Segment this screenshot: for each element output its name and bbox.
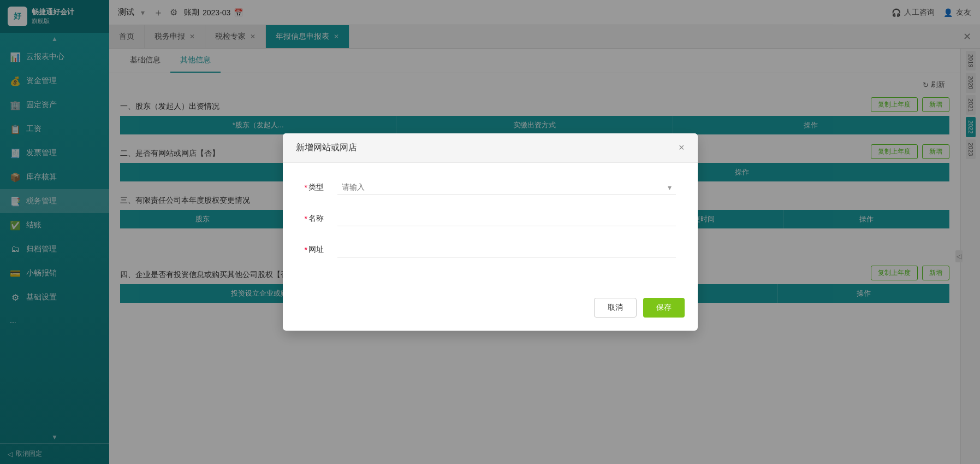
name-label: * 名称 [305,214,337,224]
type-input-wrap: ▾ [337,179,676,195]
form-row-type: * 类型 ▾ [305,179,676,195]
name-input-wrap [337,210,676,226]
modal-body: * 类型 ▾ * 名称 * [283,163,698,289]
modal-title: 新增网站或网店 [296,142,357,154]
name-label-text: 名称 [308,214,324,224]
url-label-text: 网址 [308,245,324,255]
add-website-modal: 新增网站或网店 × * 类型 ▾ * 名称 [283,133,698,331]
modal-footer: 取消 保存 [283,289,698,331]
modal-overlay: 新增网站或网店 × * 类型 ▾ * 名称 [0,0,980,464]
type-label: * 类型 [305,183,337,192]
save-button[interactable]: 保存 [643,298,685,318]
name-input[interactable] [337,210,676,226]
url-input-wrap [337,242,676,257]
form-row-name: * 名称 [305,210,676,226]
url-label: * 网址 [305,245,337,255]
name-required-mark: * [305,214,307,223]
url-input[interactable] [337,242,676,257]
form-row-url: * 网址 [305,242,676,257]
type-required-mark: * [305,183,307,192]
type-label-text: 类型 [308,183,324,192]
cancel-button[interactable]: 取消 [594,298,637,318]
url-required-mark: * [305,245,307,254]
modal-close-button[interactable]: × [679,142,685,154]
modal-header: 新增网站或网店 × [283,133,698,163]
type-input[interactable] [337,179,676,195]
